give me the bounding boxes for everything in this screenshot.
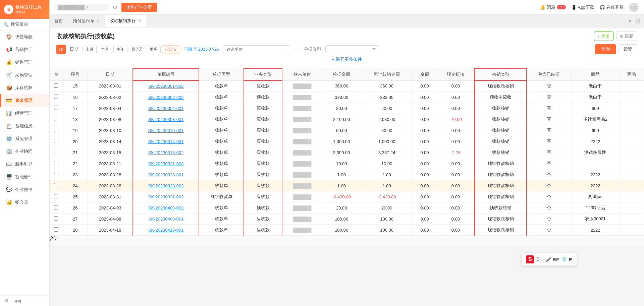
table-row: 28 2023-04-18 SK-20230418-001 收款单 应收款 ██… <box>50 225 644 236</box>
settings-icon[interactable]: ⚙ <box>113 4 117 10</box>
voucher-no-link[interactable]: SK-20230302-002 <box>148 95 184 100</box>
voucher-no-link[interactable]: SK-20230304-001 <box>148 106 184 111</box>
close-window-icon[interactable]: ✕ <box>628 18 632 23</box>
voucher-no-link[interactable]: SK-20230418-001 <box>148 228 184 233</box>
this-month-btn[interactable]: 本月 <box>98 46 112 53</box>
more-btn[interactable]: 更多 <box>147 46 161 53</box>
voucher-no-link[interactable]: SK-20230328-002 <box>148 183 184 188</box>
settings-button[interactable]: 设置 <box>619 44 637 54</box>
row-include-settled: 否 <box>527 191 571 202</box>
sidebar-item-system[interactable]: ⚙️ 系统管理 <box>0 132 49 145</box>
voucher-no-link[interactable]: SK-20230315-002 <box>148 150 184 155</box>
horizontal-scrollbar[interactable] <box>50 242 644 246</box>
row-checkbox[interactable] <box>50 213 63 225</box>
more-filter-dots[interactable]: ··· <box>294 47 300 52</box>
row-biz-type: 应收款 <box>244 125 282 136</box>
col-amount: 单据金额 <box>322 68 361 80</box>
row-checkbox[interactable] <box>50 191 63 202</box>
row-date: 2023-04-03 <box>88 202 133 213</box>
row-checkbox[interactable] <box>50 92 63 103</box>
col-settings[interactable]: ⚙ <box>50 68 63 80</box>
voucher-no-link[interactable]: SK-20230301-002 <box>148 84 184 89</box>
last-month-btn[interactable]: 上月 <box>83 46 97 53</box>
voucher-no-link[interactable]: SK-20230328-001 <box>148 172 184 177</box>
voucher-no-link[interactable]: SK-20230408-001 <box>148 217 184 222</box>
expand-filter-button[interactable]: ▾ 展开更多条件 <box>56 54 637 64</box>
voucher-type-label: 单据类型 <box>304 46 321 52</box>
row-checkbox[interactable] <box>50 180 63 191</box>
sidebar-item-member[interactable]: 👑 畅会员 <box>0 196 49 209</box>
tab-close-pre-payment[interactable]: ✕ <box>97 19 100 23</box>
row-checkbox[interactable] <box>50 169 63 180</box>
custom-date-btn[interactable]: 自定义 <box>162 46 180 53</box>
row-checkbox[interactable] <box>50 225 63 236</box>
row-date: 2023-03-04 <box>88 103 133 114</box>
tab-close-collection[interactable]: ✕ <box>138 18 141 23</box>
col-date: 日期 <box>88 68 133 80</box>
sidebar-item-quick-nav[interactable]: 🏠 快捷导航 <box>0 30 49 43</box>
voucher-no-link[interactable]: SK-20230403-002 <box>148 205 184 210</box>
row-product2 <box>620 158 644 169</box>
counterparty-input[interactable] <box>223 45 290 53</box>
row-checkbox[interactable] <box>50 136 63 147</box>
voucher-no-link[interactable]: SK-20230308-001 <box>148 117 184 122</box>
sidebar-item-basic[interactable]: 📋 基础信息 <box>0 120 49 132</box>
voucher-no-link[interactable]: SK-20230331-002 <box>148 194 184 199</box>
row-biz-type: 应收款 <box>244 213 282 225</box>
sidebar-item-inventory[interactable]: 📦 库存核算 <box>0 81 49 94</box>
row-balance: 0.00 <box>413 125 437 136</box>
filter-toggle-button[interactable]: ≫ <box>56 45 66 54</box>
row-cumulative: 100.00 <box>361 213 413 225</box>
row-checkbox[interactable] <box>50 80 63 92</box>
query-button[interactable]: 查询 <box>595 44 616 54</box>
voucher-no-link[interactable]: SK-20230310-001 <box>148 128 184 133</box>
refresh-button[interactable]: ↻ 刷新 <box>616 32 637 41</box>
sidebar-item-guide[interactable]: 📖 新手引导 <box>0 158 49 171</box>
this-year-btn[interactable]: 本年 <box>113 46 127 53</box>
sidebar-item-marketing[interactable]: 📢 营销推广 <box>0 43 49 56</box>
notifications-button[interactable]: 🔔 消息 99+ <box>540 4 566 10</box>
tab-collection[interactable]: 收款核销执行 ✕ <box>105 15 146 27</box>
export-button[interactable]: ↑ 导出 <box>594 32 614 41</box>
row-checkbox[interactable] <box>50 202 63 213</box>
voucher-no-link[interactable]: SK-20230321-003 <box>148 161 184 166</box>
sidebar-item-hardware[interactable]: 🖥️ 智能硬件 <box>0 171 49 183</box>
voucher-no-link[interactable]: SK-20230314-001 <box>148 139 184 144</box>
tab-home[interactable]: 首页 <box>50 15 68 27</box>
sidebar-item-sales[interactable]: 💰 销售管理 <box>0 56 49 69</box>
system-icon: ⚙️ <box>6 136 12 142</box>
workspace-selector[interactable]: ██████████ ▾ <box>55 4 109 11</box>
sidebar-item-operations[interactable]: 📊 经营管理 <box>0 107 49 120</box>
row-include-settled: 否 <box>527 180 571 191</box>
collapse-icon[interactable]: ◀◀ <box>14 298 21 303</box>
row-write-off-type: 收款核销 <box>475 147 526 158</box>
sidebar-item-purchase[interactable]: 🛒 采购管理 <box>0 69 49 81</box>
sidebar-search[interactable]: 🔍 搜索菜单 <box>0 19 49 30</box>
row-counterparty: ██████ <box>282 114 322 125</box>
row-checkbox[interactable] <box>50 125 63 136</box>
filter-row-1: ≫ 日期 上月 本月 本年 近7天 更多 自定义 不限 至 2023-07-26… <box>56 44 637 54</box>
page-actions: ↑ 导出 ↻ 刷新 <box>594 32 638 41</box>
industry-solution-button[interactable]: 体验行业方案 <box>121 3 157 12</box>
row-write-off-type: 现结收款核销 <box>475 180 526 191</box>
app-download-button[interactable]: 📱 App下载 <box>571 4 594 10</box>
sidebar-item-finance[interactable]: 💳 资金管理 <box>0 94 49 107</box>
row-checkbox[interactable] <box>50 147 63 158</box>
row-cumulative: 1,000.00 <box>361 136 413 147</box>
row-product2 <box>620 169 644 180</box>
user-avatar[interactable]: Rit <box>629 3 639 12</box>
row-checkbox[interactable] <box>50 114 63 125</box>
row-include-settled: 否 <box>527 158 571 169</box>
voucher-type-select[interactable] <box>325 45 379 53</box>
headset-icon: 🎧 <box>600 5 605 10</box>
maximize-icon[interactable]: ⬜ <box>635 18 640 23</box>
tab-pre-payment[interactable]: 预付应付单 ✕ <box>68 15 105 27</box>
settings-gear-icon[interactable]: ⚙ <box>5 298 9 303</box>
online-support-button[interactable]: 🎧 在线客服 <box>600 4 624 10</box>
sidebar-item-wechat[interactable]: 💬 企业微信 <box>0 183 49 196</box>
sidebar-item-enterprise[interactable]: 🏢 企业协同 <box>0 145 49 158</box>
row-checkbox[interactable] <box>50 158 63 169</box>
row-checkbox[interactable] <box>50 103 63 114</box>
row-voucher-type: 红字收款单 <box>199 191 244 202</box>
last-7days-btn[interactable]: 近7天 <box>129 46 145 53</box>
